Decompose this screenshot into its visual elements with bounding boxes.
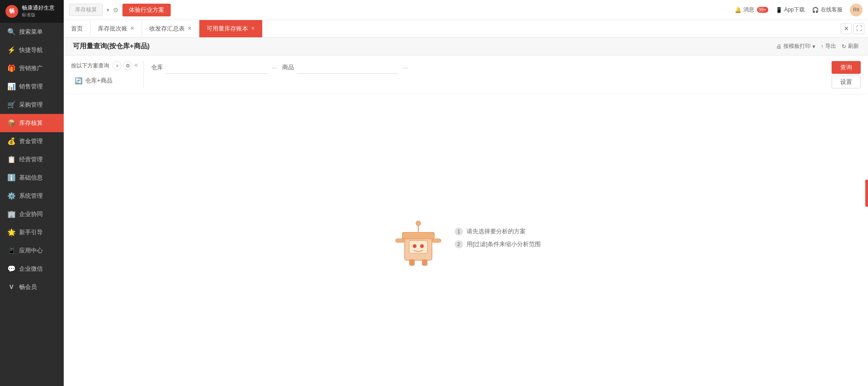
online-service-button[interactable]: 🎧 在线客服 — [812, 6, 843, 14]
sidebar-item-wechat-label: 企业微信 — [19, 265, 43, 273]
warehouse-more-icon[interactable]: ··· — [270, 64, 279, 71]
filter-scheme-header: 按以下方案查询 ＋ ⚙ « — [71, 61, 138, 70]
add-scheme-button[interactable]: ＋ — [112, 61, 122, 70]
sidebar-item-enterprise-label: 企业协同 — [19, 210, 43, 218]
sidebar-item-finance-label: 资金管理 — [19, 137, 43, 145]
refresh-button[interactable]: ↻ 刷新 — [842, 42, 859, 50]
sidebar-item-basics-label: 基础信息 — [19, 174, 43, 182]
app-download-button[interactable]: 📱 App下载 — [776, 6, 805, 14]
expand-tab-button[interactable]: ⛶ — [853, 23, 864, 34]
sidebar-item-inventory[interactable]: 📦 库存核算 — [0, 114, 64, 132]
sidebar-item-inventory-label: 库存核算 — [19, 119, 43, 127]
empty-text-container: 1 请先选择要分析的方案 2 用[过滤]条件来缩小分析范围 — [455, 227, 541, 253]
tab-available[interactable]: 可用量库存账本 ✕ — [199, 20, 263, 37]
product-filter-field: 商品 ··· — [282, 61, 410, 74]
empty-hint-2-text: 用[过滤]条件来缩小分析范围 — [467, 240, 541, 248]
sidebar-item-marketing-label: 营销推广 — [19, 64, 43, 72]
warehouse-filter-label: 仓库 — [151, 63, 163, 72]
user-avatar-area[interactable]: Rit — [850, 4, 863, 16]
notification-button[interactable]: 🔔 消息 99+ — [735, 6, 768, 14]
phone-icon: 📱 — [776, 7, 782, 13]
trial-industry-button[interactable]: 体验行业方案 — [122, 4, 171, 16]
sidebar-item-wechat[interactable]: 💬 企业微信 — [0, 260, 64, 278]
export-button[interactable]: ↑ 导出 — [821, 42, 836, 50]
content-area: 可用量查询(按仓库+商品) 🖨 按模板打印 ▾ ↑ 导出 ↻ 刷新 — [64, 37, 868, 386]
tab-summary-label: 收发存汇总表 — [149, 25, 185, 33]
svg-point-4 — [420, 244, 424, 248]
refresh-icon: ↻ — [842, 43, 846, 50]
notification-label: 消息 — [743, 6, 754, 14]
sidebar-item-marketing[interactable]: 🎁 营销推广 — [0, 59, 64, 77]
settings-scheme-button[interactable]: ⚙ — [123, 61, 132, 70]
sidebar-item-system[interactable]: ⚙️ 系统管理 — [0, 187, 64, 205]
filter-fields: 仓库 ··· 商品 ··· — [144, 61, 826, 74]
product-filter-input[interactable] — [297, 61, 398, 74]
warehouse-filter-input[interactable] — [166, 61, 267, 74]
filter-settings-button[interactable]: 设置 — [832, 76, 861, 88]
sidebar-item-guide[interactable]: 🌟 新手引导 — [0, 223, 64, 242]
user-avatar: Rit — [850, 4, 863, 16]
sidebar-item-apps-label: 应用中心 — [19, 247, 43, 255]
step-2-number: 2 — [455, 240, 463, 248]
member-icon: V — [7, 283, 15, 290]
sidebar-item-sales[interactable]: 📊 销售管理 — [0, 77, 64, 96]
product-filter-label: 商品 — [282, 63, 294, 72]
collapse-scheme-icon[interactable]: « — [134, 61, 138, 70]
procurement-icon: 🛒 — [7, 101, 15, 109]
warehouse-filter-field: 仓库 ··· — [151, 61, 279, 74]
sidebar-item-basics[interactable]: ℹ️ 基础信息 — [0, 169, 64, 187]
print-button[interactable]: 🖨 按模板打印 ▾ — [776, 42, 815, 50]
svg-rect-8 — [422, 259, 427, 266]
tab-summary[interactable]: 收发存汇总表 ✕ — [142, 20, 199, 37]
search-icon: 🔍 — [7, 28, 15, 36]
tab-home[interactable]: 首页 — [64, 20, 91, 37]
page-header: 可用量查询(按仓库+商品) 🖨 按模板打印 ▾ ↑ 导出 ↻ 刷新 — [64, 37, 868, 56]
tab-batch[interactable]: 库存批次账 ✕ — [91, 20, 142, 37]
close-tab-button[interactable]: ✕ — [841, 23, 852, 34]
tab-batch-label: 库存批次账 — [98, 25, 127, 33]
sidebar-item-finance[interactable]: 💰 资金管理 — [0, 132, 64, 150]
sidebar-item-procurement[interactable]: 🛒 采购管理 — [0, 96, 64, 114]
sidebar-nav: 🔍 搜索菜单 ⚡ 快捷导航 🎁 营销推广 📊 销售管理 🛒 采购管理 📦 库存核… — [0, 23, 64, 386]
breadcrumb-dropdown-icon[interactable]: ▾ — [107, 7, 109, 13]
wechat-icon: 💬 — [7, 265, 15, 273]
topbar-gear-icon[interactable]: ⚙ — [113, 6, 119, 14]
guide-icon: 🌟 — [7, 228, 15, 237]
tab-bar: 首页 库存批次账 ✕ 收发存汇总表 ✕ 可用量库存账本 ✕ ✕ ⛶ — [64, 20, 868, 37]
basics-icon: ℹ️ — [7, 174, 15, 182]
scheme-item-warehouse-product[interactable]: 🔄 仓库+商品 — [71, 74, 138, 87]
sidebar-item-member[interactable]: V 畅会员 — [0, 278, 64, 296]
product-more-icon[interactable]: ··· — [401, 64, 410, 71]
shortcuts-icon: ⚡ — [7, 46, 15, 54]
sidebar-subtitle: 标准版 — [22, 12, 55, 18]
filter-actions: 查询 设置 — [826, 61, 861, 88]
sidebar-item-operations[interactable]: 📋 经营管理 — [0, 150, 64, 169]
sidebar-logo: 畅 — [5, 5, 18, 18]
refresh-label: 刷新 — [848, 42, 859, 50]
empty-hint-1: 1 请先选择要分析的方案 — [455, 227, 541, 236]
tab-home-label: 首页 — [71, 25, 83, 33]
topbar-right: 🔔 消息 99+ 📱 App下载 🎧 在线客服 Rit — [735, 4, 863, 16]
query-button[interactable]: 查询 — [832, 61, 861, 74]
filter-scheme-actions: ＋ ⚙ « — [112, 61, 138, 70]
tab-summary-close-icon[interactable]: ✕ — [188, 26, 192, 31]
scheme-item-label: 仓库+商品 — [85, 77, 112, 85]
sidebar-item-operations-label: 经营管理 — [19, 155, 43, 164]
right-scroll-indicator — [865, 180, 868, 207]
sidebar-item-shortcuts[interactable]: ⚡ 快捷导航 — [0, 41, 64, 59]
filter-scheme-label: 按以下方案查询 — [71, 62, 109, 70]
sidebar-item-sales-label: 销售管理 — [19, 82, 43, 91]
sidebar-item-apps[interactable]: 📱 应用中心 — [0, 242, 64, 260]
svg-rect-5 — [396, 239, 405, 242]
scheme-sync-icon: 🔄 — [75, 77, 82, 84]
tab-batch-close-icon[interactable]: ✕ — [130, 26, 134, 31]
sidebar-item-search[interactable]: 🔍 搜索菜单 — [0, 23, 64, 41]
sidebar-item-procurement-label: 采购管理 — [19, 101, 43, 109]
headset-icon: 🎧 — [812, 7, 819, 13]
sidebar-item-enterprise[interactable]: 🏢 企业协同 — [0, 205, 64, 223]
empty-state-illustration — [391, 212, 446, 268]
sidebar-item-search-label: 搜索菜单 — [19, 28, 43, 36]
tab-available-close-icon[interactable]: ✕ — [251, 26, 255, 31]
filter-scheme-panel: 按以下方案查询 ＋ ⚙ « 🔄 仓库+商品 — [71, 61, 144, 87]
svg-point-10 — [416, 221, 421, 226]
